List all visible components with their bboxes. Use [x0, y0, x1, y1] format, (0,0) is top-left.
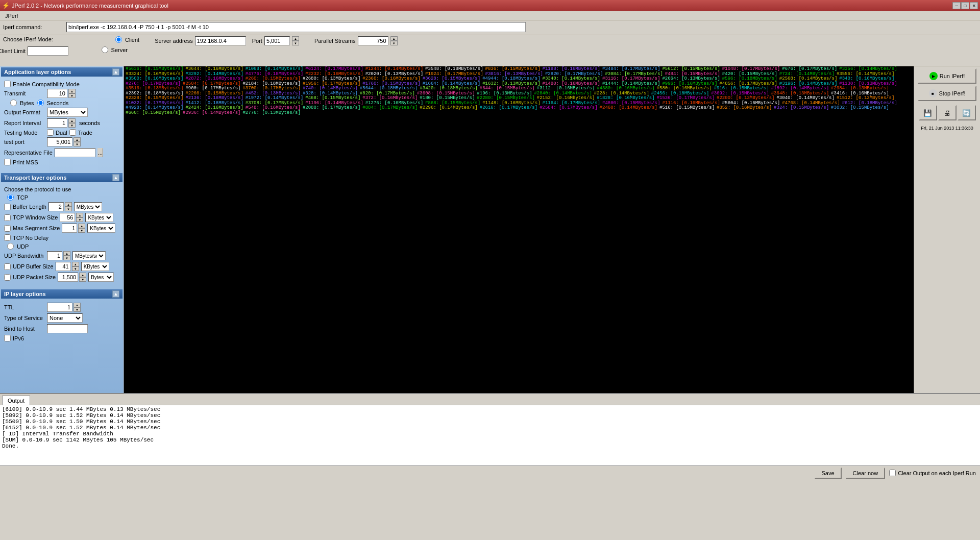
output-line: [5500] 0.0-10.9 sec 1.50 MBytes 0.14 MBy…: [2, 419, 978, 425]
tcp-win-spin-up[interactable]: ▲: [76, 213, 83, 217]
test-port-input[interactable]: [47, 137, 72, 146]
bytes-radio[interactable]: [10, 100, 17, 106]
ttl-spin-up[interactable]: ▲: [74, 303, 81, 307]
transport-layer-collapse[interactable]: ▲: [112, 174, 119, 181]
max-seg-input[interactable]: [62, 224, 77, 233]
save-icon-button[interactable]: 💾: [919, 105, 937, 120]
udp-packet-input[interactable]: [58, 273, 78, 282]
bind-host-input[interactable]: [47, 324, 88, 333]
buf-len-spin-down[interactable]: ▼: [65, 207, 72, 211]
output-format-select[interactable]: MBytes KBytes Bytes GBytes: [47, 108, 88, 117]
report-interval-spin-down[interactable]: ▼: [68, 123, 76, 128]
tcp-no-delay-check[interactable]: [4, 234, 11, 241]
test-port-spin-up[interactable]: ▲: [74, 137, 81, 142]
buffer-length-check[interactable]: [4, 204, 11, 210]
parallel-streams-input[interactable]: [358, 36, 388, 45]
save-button[interactable]: Save: [815, 468, 842, 479]
seconds-radio[interactable]: [37, 100, 44, 106]
max-seg-spin-down[interactable]: ▼: [78, 228, 85, 233]
refresh-icon-button[interactable]: 🔄: [958, 105, 976, 120]
udp-bw-spin-up[interactable]: ▲: [63, 251, 70, 256]
udp-packet-unit[interactable]: Bytes: [88, 273, 114, 282]
rep-file-browse[interactable]: ...: [97, 148, 103, 157]
tcp-win-spin-down[interactable]: ▼: [76, 217, 83, 222]
udp-buffer-input[interactable]: [56, 262, 71, 271]
tos-select[interactable]: None: [47, 313, 83, 323]
minimize-button[interactable]: ─: [952, 2, 961, 9]
app-layer-collapse[interactable]: ▲: [112, 68, 119, 76]
server-address-input[interactable]: [195, 36, 246, 45]
ttl-spin-down[interactable]: ▼: [74, 307, 81, 312]
close-button[interactable]: ✕: [970, 2, 978, 9]
udp-bandwidth-input[interactable]: [47, 251, 62, 260]
max-seg-unit[interactable]: KBytes Bytes: [87, 224, 115, 233]
run-iperf-button[interactable]: ▶ Run IPerf!: [918, 68, 976, 84]
buffer-length-input[interactable]: [48, 202, 64, 211]
ip-layer-collapse[interactable]: ▲: [112, 290, 119, 298]
udp-bw-spin-down[interactable]: ▼: [63, 256, 70, 260]
output-content[interactable]: [6100] 0.0-10.9 sec 1.44 MBytes 0.13 MBy…: [0, 405, 980, 465]
ttl-input[interactable]: [47, 303, 72, 312]
buf-len-spin-up[interactable]: ▲: [65, 202, 72, 207]
transmit-input[interactable]: [47, 89, 67, 98]
viz-entry: #2616: [0.17MBytes/s]: [479, 106, 538, 111]
print-icon-button[interactable]: 🖨: [938, 105, 957, 120]
tcp-window-input[interactable]: [60, 213, 75, 222]
left-panel: Application layer options ▲ Enable Compa…: [0, 66, 124, 393]
dual-check[interactable]: [47, 129, 54, 136]
viz-entry: #2584: [0.17MBytes/s]: [538, 106, 598, 111]
output-tab[interactable]: Output: [2, 396, 30, 405]
port-spin-up[interactable]: ▲: [292, 36, 299, 41]
tcp-radio[interactable]: [7, 194, 14, 201]
print-mss-check[interactable]: [4, 159, 11, 165]
client-limit-input[interactable]: [28, 46, 68, 56]
transmit-spin-up[interactable]: ▲: [68, 89, 76, 93]
udp-radio[interactable]: [7, 243, 14, 250]
enable-compat-check[interactable]: [4, 81, 11, 87]
print-mss-label: Print MSS: [13, 159, 38, 165]
iperf-command-input[interactable]: [66, 22, 526, 32]
trade-check[interactable]: [69, 129, 76, 136]
viz-entry: #2776: [0.13MBytes/s]: [241, 111, 301, 116]
tcp-window-unit[interactable]: KBytes MBytes: [85, 213, 113, 222]
menu-jperf[interactable]: JPerf: [2, 13, 21, 19]
transmit-spin-down[interactable]: ▼: [68, 93, 76, 98]
udp-bandwidth-unit[interactable]: MBytes/sec: [72, 251, 106, 260]
save-icon: 💾: [923, 109, 932, 117]
streams-spin-down[interactable]: ▼: [390, 41, 398, 45]
port-spin-down[interactable]: ▼: [292, 41, 299, 45]
udp-buffer-unit[interactable]: KBytes: [81, 262, 109, 271]
udp-buf-spin-up[interactable]: ▲: [72, 262, 79, 266]
client-radio[interactable]: [115, 36, 122, 43]
udp-buffer-check[interactable]: [4, 263, 11, 270]
tcp-window-check[interactable]: [4, 214, 11, 221]
report-interval-spin-up[interactable]: ▲: [68, 118, 76, 123]
max-seg-check[interactable]: [4, 225, 11, 232]
clear-output-check[interactable]: [889, 470, 896, 476]
server-radio[interactable]: [102, 46, 108, 53]
app-layer-title: Application layer options: [4, 69, 71, 75]
choose-mode-label: Choose IPerf Mode:: [3, 36, 53, 42]
clear-now-button[interactable]: Clear now: [846, 468, 886, 479]
output-tabs: Output: [0, 394, 980, 405]
test-port-spin-down[interactable]: ▼: [74, 142, 81, 146]
buffer-length-unit[interactable]: MBytes KBytes: [74, 202, 102, 211]
ipv6-check[interactable]: [4, 335, 11, 341]
report-interval-input[interactable]: [47, 118, 67, 128]
clear-output-label: Clear Output on each Iperf Run: [898, 470, 976, 476]
maximize-button[interactable]: □: [961, 2, 969, 9]
print-icon: 🖨: [944, 109, 950, 117]
udp-pkt-spin-up[interactable]: ▲: [79, 273, 86, 277]
max-seg-spin-up[interactable]: ▲: [78, 224, 85, 228]
udp-buf-spin-down[interactable]: ▼: [72, 266, 79, 271]
streams-spin-up[interactable]: ▲: [390, 36, 398, 41]
port-input[interactable]: [264, 36, 290, 45]
udp-pkt-spin-down[interactable]: ▼: [79, 277, 86, 282]
iperf-command-label: Iperf command:: [3, 24, 64, 30]
report-interval-label: Report Interval: [4, 120, 45, 126]
rep-file-input[interactable]: [55, 148, 95, 157]
udp-packet-check[interactable]: [4, 274, 11, 281]
toolbar-icons: 💾 🖨 🔄: [919, 105, 976, 120]
enable-compat-label: Enable Compatibility Mode: [13, 81, 80, 87]
stop-iperf-button[interactable]: ■ Stop IPerf!: [918, 86, 976, 101]
